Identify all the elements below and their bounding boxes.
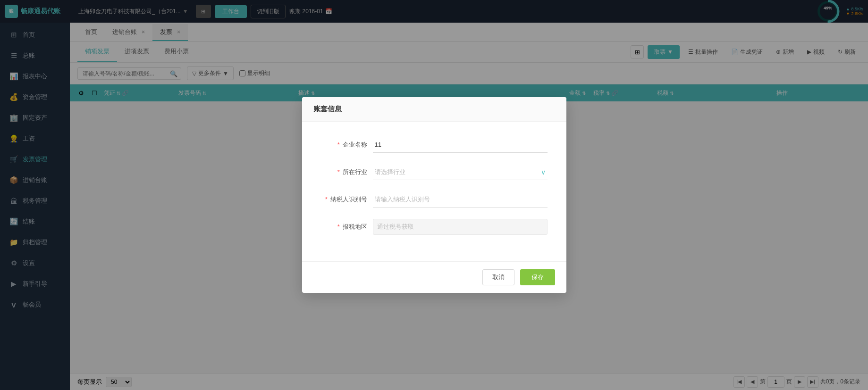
account-info-modal: 账套信息 * 企业名称 * 所在行业 请选择行业	[302, 97, 566, 293]
save-button[interactable]: 保存	[520, 269, 555, 285]
form-row-taxregion: * 报税地区 通过税号获取	[321, 219, 548, 235]
industry-label: * 所在行业	[321, 168, 373, 176]
modal-overlay: 账套信息 * 企业名称 * 所在行业 请选择行业	[0, 0, 868, 390]
industry-select-wrap: 请选择行业 ∨	[373, 164, 548, 180]
company-name-input[interactable]	[373, 137, 548, 153]
cancel-button[interactable]: 取消	[482, 269, 514, 285]
taxregion-label: * 报税地区	[321, 223, 373, 231]
taxid-required-mark: *	[325, 196, 328, 203]
form-row-industry: * 所在行业 请选择行业 ∨	[321, 164, 548, 180]
modal-body: * 企业名称 * 所在行业 请选择行业 ∨	[302, 122, 566, 261]
company-name-label: * 企业名称	[321, 141, 373, 149]
modal-title: 账套信息	[313, 105, 342, 113]
company-required-mark: *	[337, 141, 340, 148]
taxregion-readonly: 通过税号获取	[373, 219, 548, 235]
taxid-input[interactable]	[373, 191, 548, 207]
modal-footer: 取消 保存	[302, 261, 566, 293]
industry-required-mark: *	[337, 168, 340, 175]
modal-header: 账套信息	[302, 97, 566, 122]
form-row-taxid: * 纳税人识别号	[321, 191, 548, 207]
taxregion-required-mark: *	[337, 223, 340, 230]
form-row-company: * 企业名称	[321, 137, 548, 153]
industry-select[interactable]: 请选择行业	[373, 168, 548, 175]
taxid-label: * 纳税人识别号	[321, 195, 373, 204]
